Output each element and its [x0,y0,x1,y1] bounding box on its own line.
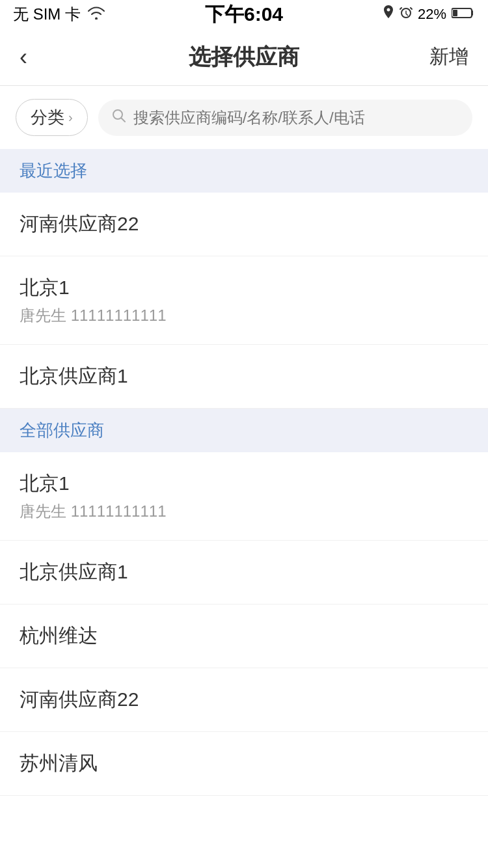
item-name: 北京供应商1 [20,559,468,586]
location-icon [383,5,394,23]
page-title: 选择供应商 [189,42,299,72]
list-item[interactable]: 北京供应商1 [0,541,488,604]
nav-bar: ‹ 选择供应商 新增 [0,29,488,86]
item-name: 北京供应商1 [20,363,468,390]
svg-line-4 [121,118,125,122]
item-name: 河南供应商22 [20,211,468,237]
status-right: 22% [383,5,475,23]
carrier-label: 无 SIM 卡 [13,4,81,25]
status-time: 下午6:04 [205,1,283,28]
status-bar: 无 SIM 卡 下午6:04 22% [0,0,488,29]
add-button[interactable]: 新增 [429,44,468,70]
recent-section-header: 最近选择 [0,149,488,193]
recent-list: 河南供应商22北京1唐先生 11111111111北京供应商1 [0,193,488,409]
item-name: 苏州清风 [20,750,468,777]
item-name: 北京1 [20,275,468,301]
list-item[interactable]: 河南供应商22 [0,668,488,732]
back-button[interactable]: ‹ [20,44,59,71]
search-icon [111,107,127,128]
item-sub: 唐先生 11111111111 [20,501,468,522]
item-name: 杭州维达 [20,623,468,649]
item-name: 河南供应商22 [20,686,468,713]
battery-percent: 22% [418,6,446,23]
status-left: 无 SIM 卡 [13,4,105,25]
item-name: 北京1 [20,470,468,497]
search-input[interactable] [133,109,459,127]
search-bar [98,100,472,136]
filter-row: 分类 › [0,86,488,149]
all-section-header: 全部供应商 [0,409,488,452]
all-list: 北京1唐先生 11111111111北京供应商1杭州维达河南供应商22苏州清风 [0,452,488,796]
list-item[interactable]: 北京供应商1 [0,345,488,409]
list-item[interactable]: 苏州清风 [0,732,488,796]
chevron-right-icon: › [68,110,73,125]
list-item[interactable]: 杭州维达 [0,604,488,668]
wifi-icon [87,5,105,23]
list-item[interactable]: 河南供应商22 [0,193,488,256]
svg-rect-2 [453,10,457,16]
all-section-label: 全部供应商 [20,420,104,440]
list-item[interactable]: 北京1唐先生 11111111111 [0,256,488,345]
recent-section-label: 最近选择 [20,161,87,180]
category-label: 分类 [31,106,64,129]
battery-icon [452,6,475,23]
alarm-icon [400,5,413,23]
item-sub: 唐先生 11111111111 [20,305,468,326]
category-filter[interactable]: 分类 › [16,99,88,136]
list-item[interactable]: 北京1唐先生 11111111111 [0,452,488,541]
